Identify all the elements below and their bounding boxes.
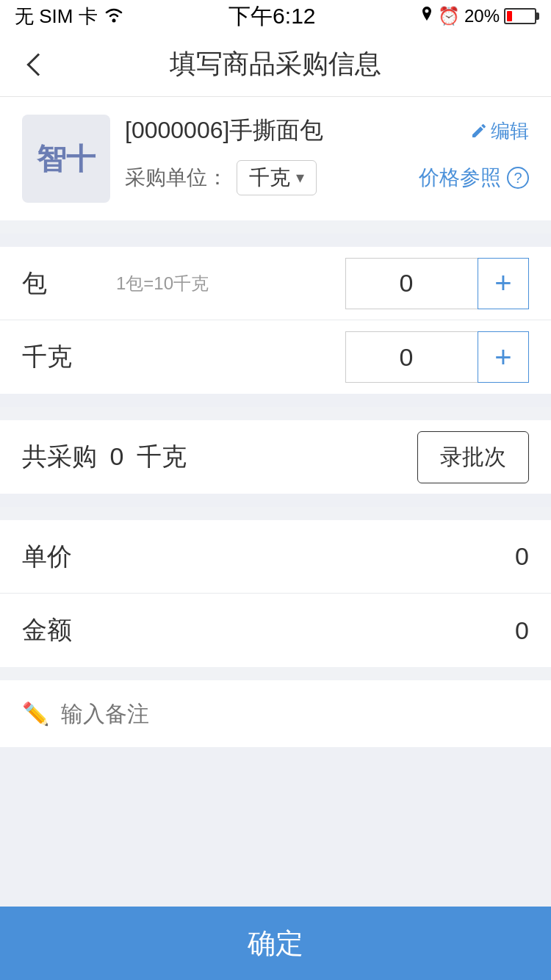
bag-label: 包 (22, 267, 110, 300)
chevron-down-icon: ▾ (296, 168, 304, 187)
nav-bar: 填写商品采购信息 (0, 32, 551, 97)
unit-price-label: 单价 (22, 540, 72, 574)
unit-price-value: 0 (515, 542, 529, 571)
summary-suffix: 千克 (137, 442, 187, 470)
amount-label: 金额 (22, 613, 72, 647)
price-info-section: 单价 0 金额 0 (0, 520, 551, 667)
bag-sublabel: 1包=10千克 (116, 272, 209, 295)
bag-quantity-input[interactable] (345, 258, 478, 309)
bag-input-row: 包 1包=10千克 + (0, 247, 551, 320)
product-info: [0000006]手撕面包 编辑 采购单位： 千克 ▾ 价格参照 ? (125, 115, 529, 195)
amount-value: 0 (515, 616, 529, 645)
kg-label: 千克 (22, 340, 110, 374)
bag-quantity-wrapper: + (345, 258, 529, 309)
product-image-text: 智十 (37, 141, 96, 176)
status-bar: 无 SIM 卡 下午6:12 ⏰ 20% (0, 0, 551, 32)
location-icon (420, 6, 433, 26)
status-right: ⏰ 20% (420, 6, 536, 26)
battery-icon (504, 8, 536, 24)
page-title: 填写商品采购信息 (170, 46, 381, 82)
pencil-icon: ✏️ (22, 701, 49, 727)
kg-quantity-wrapper: + (345, 331, 529, 383)
amount-row: 金额 0 (0, 594, 551, 667)
unit-value: 千克 (249, 164, 290, 192)
input-section: 包 1包=10千克 + 千克 + (0, 247, 551, 394)
help-icon: ? (507, 167, 529, 189)
product-name-row: [0000006]手撕面包 编辑 (125, 115, 529, 147)
notes-input[interactable] (61, 702, 529, 727)
wifi-icon (104, 5, 124, 28)
kg-quantity-input[interactable] (345, 331, 478, 383)
edit-button[interactable]: 编辑 (470, 118, 529, 144)
product-card: 智十 [0000006]手撕面包 编辑 采购单位： 千克 ▾ 价格参照 ? (0, 97, 551, 220)
unit-row: 采购单位： 千克 ▾ 价格参照 ? (125, 160, 529, 195)
divider-1 (0, 234, 551, 247)
alarm-icon: ⏰ (438, 6, 460, 26)
divider-3 (0, 494, 551, 507)
unit-label: 采购单位： (125, 164, 228, 192)
back-arrow-icon (26, 53, 49, 76)
product-name: [0000006]手撕面包 (125, 115, 323, 147)
status-time: 下午6:12 (228, 1, 315, 32)
summary-text: 共采购 0 千克 (22, 440, 187, 474)
unit-price-row: 单价 0 (0, 520, 551, 594)
bag-plus-button[interactable]: + (478, 258, 529, 309)
record-batch-button[interactable]: 录批次 (417, 431, 529, 483)
summary-section: 共采购 0 千克 录批次 (0, 420, 551, 494)
product-image: 智十 (22, 115, 110, 203)
status-left: 无 SIM 卡 (15, 4, 124, 29)
price-ref-button[interactable]: 价格参照 ? (419, 164, 529, 192)
divider-2 (0, 394, 551, 407)
summary-prefix: 共采购 (22, 442, 97, 470)
no-sim-text: 无 SIM 卡 (15, 4, 98, 29)
kg-plus-button[interactable]: + (478, 331, 529, 383)
notes-section: ✏️ (0, 680, 551, 747)
edit-label: 编辑 (491, 118, 529, 144)
kg-input-row: 千克 + (0, 320, 551, 394)
confirm-button[interactable]: 确定 (0, 907, 551, 980)
confirm-btn-wrapper: 确定 (0, 907, 551, 980)
summary-amount: 0 (109, 442, 123, 470)
summary-row: 共采购 0 千克 录批次 (0, 420, 551, 494)
svg-point-0 (112, 18, 115, 22)
back-button[interactable] (0, 32, 65, 97)
unit-select[interactable]: 千克 ▾ (237, 160, 317, 195)
battery-percent: 20% (464, 6, 500, 26)
price-ref-label: 价格参照 (419, 164, 501, 192)
